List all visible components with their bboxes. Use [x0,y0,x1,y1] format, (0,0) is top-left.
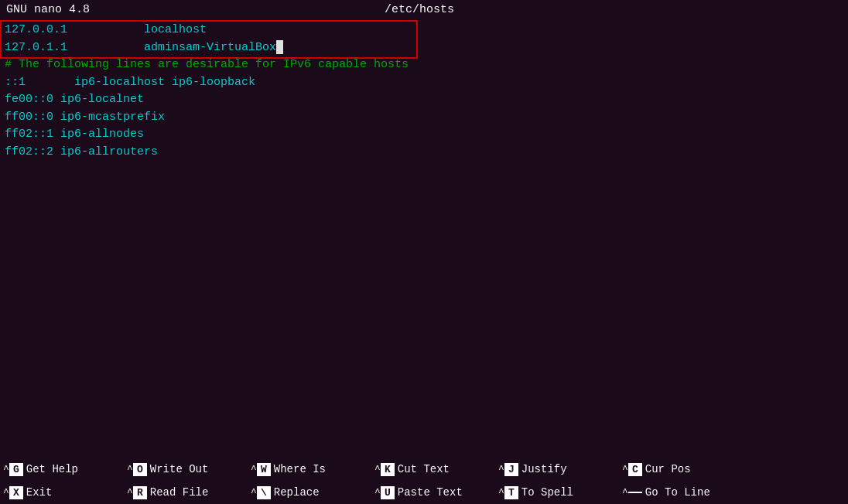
editor[interactable]: 127.0.0.1 localhost127.0.1.1 adminsam-Vi… [0,19,848,458]
file-name: /etc/hosts [385,3,454,16]
editor-line: ::1 ip6-localhost ip6-loopback [0,74,848,92]
editor-line: ff02::1 ip6-allnodes [0,126,848,144]
shortcut-key: W [257,463,271,476]
shortcut-caret: ^ [374,464,381,475]
shortcut-caret: ^ [127,464,133,475]
shortcut-item[interactable]: ^CCur Pos [619,463,743,476]
shortcut-key-wrapper: ^ [622,487,642,499]
shortcut-key: U [381,486,395,499]
shortcut-item[interactable]: ^GGet Help [0,463,124,476]
shortcut-key: X [9,486,23,499]
app-name: GNU nano 4.8 [6,3,90,16]
shortcut-caret: ^ [127,487,133,499]
shortcut-item[interactable]: ^RRead File [124,486,248,499]
shortcut-caret: ^ [3,487,9,499]
shortcut-key-wrapper: ^W [251,463,271,476]
shortcut-key-wrapper: ^O [127,463,147,476]
text-cursor [276,40,283,54]
shortcut-key-wrapper: ^K [374,463,395,476]
shortcut-key-wrapper: ^U [374,486,395,499]
shortcut-item[interactable]: ^XExit [0,486,124,499]
editor-line: 127.0.1.1 adminsam-VirtualBox [0,39,848,57]
shortcut-item[interactable]: ^TTo Spell [495,486,619,499]
shortcut-item[interactable]: ^JJustify [495,463,619,476]
shortcut-key [628,492,642,493]
shortcut-caret: ^ [3,464,9,475]
shortcut-item[interactable]: ^KCut Text [371,463,495,476]
shortcut-key: G [9,463,23,476]
editor-line: ff02::2 ip6-allrouters [0,144,848,162]
shortcut-item[interactable]: ^UPaste Text [371,486,495,499]
shortcut-caret: ^ [374,487,381,499]
shortcut-caret: ^ [251,464,257,475]
shortcut-key: \ [257,486,271,499]
shortcut-key-wrapper: ^J [498,463,518,476]
editor-line: # The following lines are desirable for … [0,56,848,74]
shortcut-key: K [381,463,395,476]
app: GNU nano 4.8 /etc/hosts 127.0.0.1 localh… [0,0,848,504]
shortcut-caret: ^ [622,464,628,475]
shortcut-key: J [504,463,518,476]
shortcut-key-wrapper: ^X [3,486,23,499]
shortcut-caret: ^ [251,487,257,499]
shortcut-item[interactable]: ^WWhere Is [248,463,371,476]
shortcut-key: C [628,463,642,476]
shortcut-label: Write Out [150,463,209,475]
shortcut-row-2: ^XExit^RRead File^\Replace^UPaste Text^T… [0,481,848,504]
shortcut-key: T [504,486,518,499]
shortcut-item[interactable]: ^OWrite Out [124,463,248,476]
shortcut-key-wrapper: ^C [622,463,642,476]
shortcut-caret: ^ [498,464,504,475]
shortcut-key: R [133,486,147,499]
shortcut-key: O [133,463,147,476]
shortcut-label: Where Is [274,463,326,475]
shortcut-item[interactable]: ^\Replace [248,486,371,499]
shortcut-caret: ^ [498,487,504,499]
shortcut-key-wrapper: ^G [3,463,23,476]
shortcut-label: Replace [274,486,320,499]
shortcut-label: Paste Text [398,486,463,499]
shortcut-row-1: ^GGet Help^OWrite Out^WWhere Is^KCut Tex… [0,458,848,481]
shortcut-key-wrapper: ^\ [251,486,271,499]
editor-line: fe00::0 ip6-localnet [0,91,848,109]
shortcut-item[interactable]: ^ Go To Line [619,486,743,499]
editor-line: ff00::0 ip6-mcastprefix [0,109,848,127]
shortcut-label: Get Help [26,463,78,475]
shortcut-key-wrapper: ^T [498,486,518,499]
shortcut-label: Cut Text [398,463,450,475]
shortcut-label: Cur Pos [645,463,691,475]
header: GNU nano 4.8 /etc/hosts [0,0,848,19]
shortcut-label: Read File [150,486,209,499]
shortcut-key-wrapper: ^R [127,486,147,499]
shortcuts-bar: ^GGet Help^OWrite Out^WWhere Is^KCut Tex… [0,458,848,504]
shortcut-label: To Spell [521,486,573,499]
shortcut-label: Exit [26,486,53,499]
editor-line: 127.0.0.1 localhost [0,22,848,39]
shortcut-label: Go To Line [645,486,710,499]
shortcut-caret: ^ [622,487,628,499]
lines-container: 127.0.0.1 localhost127.0.1.1 adminsam-Vi… [0,22,848,161]
shortcut-label: Justify [521,463,567,475]
